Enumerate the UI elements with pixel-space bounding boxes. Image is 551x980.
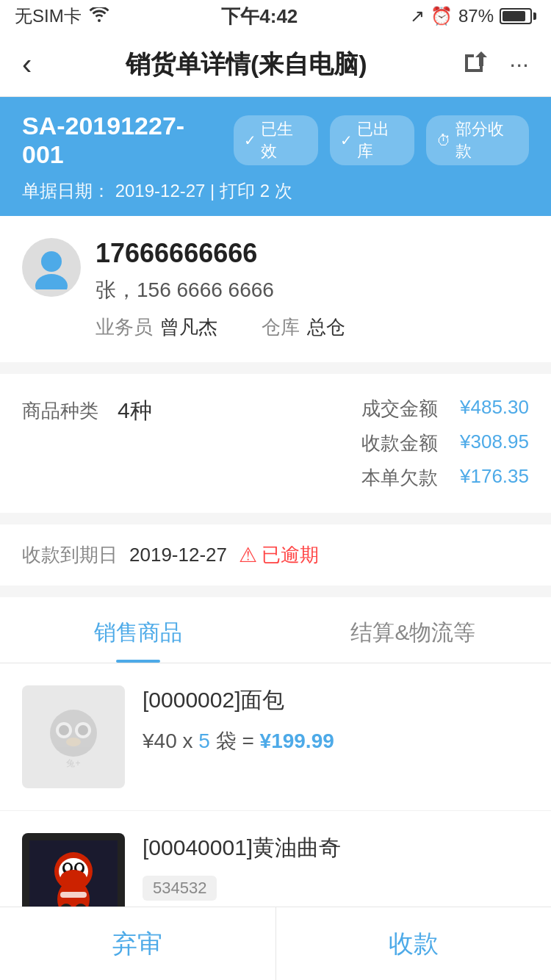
debt-amount: ¥176.35 <box>460 465 529 491</box>
location-icon: ↗ <box>410 6 425 26</box>
customer-info: 17666666666 张，156 6666 6666 业务员 曾凡杰 仓库 总… <box>96 238 529 340</box>
tab-sales-label: 销售商品 <box>94 620 182 644</box>
transaction-stat: 成交金额 ¥485.30 <box>361 396 529 422</box>
battery-percent: 87% <box>458 6 494 26</box>
transaction-amount: ¥485.30 <box>460 396 529 422</box>
category-label: 商品种类 <box>22 398 110 424</box>
stats-left: 商品种类 4种 <box>22 396 152 429</box>
badge-partial: ⏱ 部分收款 <box>426 115 529 165</box>
product-name-2: [00040001]黄油曲奇 <box>143 833 529 863</box>
battery-indicator <box>500 8 536 24</box>
customer-meta: 业务员 曾凡杰 仓库 总仓 <box>96 314 529 340</box>
overdue-icon: ⚠ <box>239 543 257 567</box>
check-icon: ✓ <box>244 131 256 149</box>
stats-right: 成交金额 ¥485.30 收款金额 ¥308.95 本单欠款 ¥176.35 <box>361 396 529 491</box>
svg-point-6 <box>78 725 88 735</box>
due-date-value: 2019-12-27 <box>129 544 227 566</box>
page-title: 销货单详情(来自电脑) <box>126 48 367 82</box>
date-label: 单据日期： <box>22 181 110 201</box>
product-item: 兔+ [0000002]面包 ¥40 x 5 袋 = ¥199.99 <box>0 663 551 811</box>
order-header: SA-20191227-001 ✓ 已生效 ✓ 已出库 ⏱ 部分收款 单据日期：… <box>0 97 551 216</box>
warehouse-label: 仓库 <box>262 314 300 340</box>
customer-avatar <box>22 238 81 297</box>
svg-point-0 <box>41 251 62 272</box>
check-icon-2: ✓ <box>340 131 353 149</box>
product-thumbnail-1: 兔+ <box>22 685 125 788</box>
received-label: 收款金额 <box>361 430 438 456</box>
cancel-button[interactable]: 弃审 <box>0 907 276 980</box>
product-sku-2: 534532 <box>143 876 217 901</box>
confirm-button[interactable]: 收款 <box>276 907 552 980</box>
status-right: ↗ ⏰ 87% <box>410 6 536 26</box>
tab-settlement-label: 结算&物流等 <box>350 620 475 644</box>
due-label: 收款到期日 <box>22 542 118 568</box>
print-info: | 打印 2 次 <box>210 181 292 201</box>
customer-id: 17666666666 <box>96 238 529 269</box>
product-name-1: [0000002]面包 <box>143 685 529 716</box>
status-left: 无SIM卡 <box>15 4 109 28</box>
received-stat: 收款金额 ¥308.95 <box>361 430 529 456</box>
nav-right-actions: ··· <box>461 48 529 81</box>
svg-rect-18 <box>60 892 87 898</box>
product-info-1: [0000002]面包 ¥40 x 5 袋 = ¥199.99 <box>143 685 529 755</box>
badge-partial-label: 部分收款 <box>455 118 519 162</box>
alarm-icon: ⏰ <box>431 6 453 26</box>
warehouse-info: 仓库 总仓 <box>262 314 345 340</box>
clock-icon: ⏱ <box>436 132 451 149</box>
price-total-1: ¥199.99 <box>260 729 334 752</box>
wifi-icon <box>89 6 109 26</box>
banner-top: SA-20191227-001 ✓ 已生效 ✓ 已出库 ⏱ 部分收款 <box>22 112 529 169</box>
order-id: SA-20191227-001 <box>22 112 222 169</box>
salesman-label: 业务员 <box>96 314 153 340</box>
stats-section: 商品种类 4种 成交金额 ¥485.30 收款金额 ¥308.95 本单欠款 ¥… <box>0 374 551 513</box>
equals-sign-1: = <box>242 729 259 752</box>
customer-section: 17666666666 张，156 6666 6666 业务员 曾凡杰 仓库 总… <box>0 216 551 362</box>
nav-bar: ‹ 销货单详情(来自电脑) ··· <box>0 32 551 97</box>
tab-settlement[interactable]: 结算&物流等 <box>276 597 551 663</box>
price-base-1: ¥40 <box>143 729 177 752</box>
tabs-row: 销售商品 结算&物流等 <box>0 597 551 663</box>
svg-text:兔+: 兔+ <box>66 758 80 768</box>
category-count: 4种 <box>118 396 152 426</box>
salesman-info: 业务员 曾凡杰 <box>96 314 217 340</box>
status-time: 下午4:42 <box>221 4 298 29</box>
overdue-badge: ⚠ 已逾期 <box>239 542 319 568</box>
svg-point-17 <box>60 870 87 887</box>
badge-shipped-label: 已出库 <box>357 118 404 162</box>
order-date: 2019-12-27 <box>115 181 206 201</box>
badge-shipped: ✓ 已出库 <box>330 115 414 165</box>
back-button[interactable]: ‹ <box>22 48 32 81</box>
status-bar: 无SIM卡 下午4:42 ↗ ⏰ 87% <box>0 0 551 32</box>
badge-effective-label: 已生效 <box>261 118 308 162</box>
transaction-label: 成交金额 <box>361 396 438 422</box>
customer-name-phone: 张，156 6666 6666 <box>96 276 529 304</box>
multiply-sign-1: x <box>183 729 199 752</box>
order-date-row: 单据日期： 2019-12-27 | 打印 2 次 <box>22 179 529 203</box>
price-unit-1: 袋 <box>216 729 237 752</box>
bottom-bar: 弃审 收款 <box>0 907 551 980</box>
more-button[interactable]: ··· <box>509 51 529 78</box>
price-qty-1: 5 <box>198 729 210 752</box>
share-button[interactable] <box>461 48 487 81</box>
tabs-section: 销售商品 结算&物流等 <box>0 597 551 663</box>
warehouse-value: 总仓 <box>307 314 345 340</box>
debt-label: 本单欠款 <box>361 465 438 491</box>
svg-point-7 <box>66 738 81 746</box>
received-amount: ¥308.95 <box>460 430 529 456</box>
svg-point-15 <box>76 864 82 871</box>
product-price-1: ¥40 x 5 袋 = ¥199.99 <box>143 727 529 755</box>
tab-sales-products[interactable]: 销售商品 <box>0 597 276 663</box>
svg-point-5 <box>59 725 69 735</box>
svg-point-14 <box>65 864 71 871</box>
overdue-text: 已逾期 <box>262 542 319 568</box>
debt-stat: 本单欠款 ¥176.35 <box>361 465 529 491</box>
category-stat: 商品种类 4种 <box>22 396 152 426</box>
carrier-text: 无SIM卡 <box>15 4 82 28</box>
due-date-section: 收款到期日 2019-12-27 ⚠ 已逾期 <box>0 525 551 586</box>
svg-point-1 <box>35 274 68 289</box>
salesman-value: 曾凡杰 <box>160 314 217 340</box>
badge-effective: ✓ 已生效 <box>234 115 318 165</box>
